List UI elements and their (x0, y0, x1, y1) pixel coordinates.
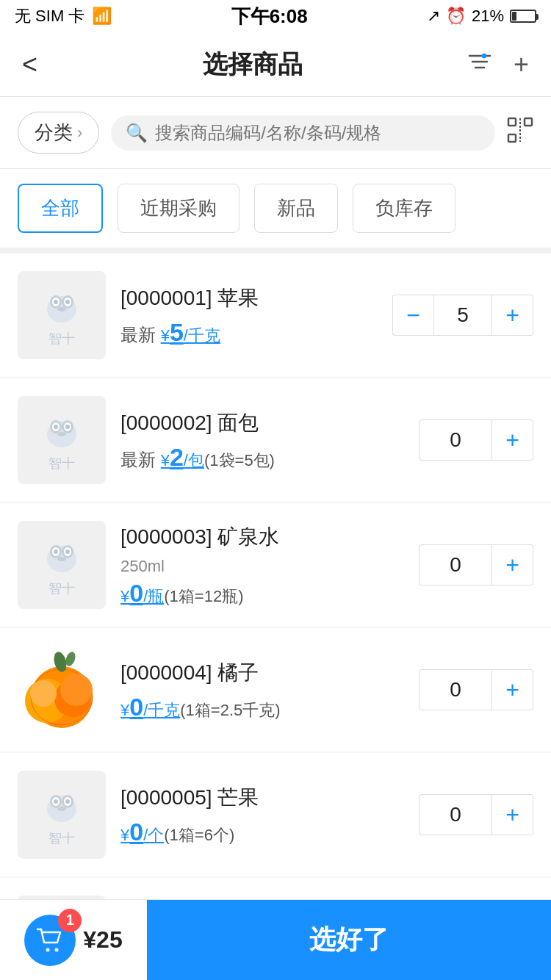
product-image-0000001: 智十 (18, 271, 106, 359)
product-info-0000002: [0000002] 面包 最新 ¥2/包(1袋=5包) (120, 409, 404, 472)
product-image-0000002: 智十 (18, 396, 106, 484)
wifi-icon: 📶 (92, 7, 112, 26)
svg-point-47 (57, 807, 66, 811)
svg-point-3 (482, 54, 486, 58)
svg-point-31 (57, 557, 66, 561)
svg-point-21 (54, 425, 58, 429)
cart-total: ¥25 (83, 926, 122, 954)
tab-new[interactable]: 新品 (254, 184, 338, 233)
alarm-icon: ⏰ (446, 7, 466, 26)
svg-rect-4 (508, 118, 516, 126)
nav-bar: < 选择商品 + (0, 32, 551, 97)
qty-input[interactable] (419, 794, 492, 835)
tab-section: 全部 近期采购 新品 负库存 (0, 169, 551, 253)
search-input[interactable] (155, 123, 480, 143)
product-info-0000001: [0000001] 苹果 最新 ¥5/千克 (120, 284, 378, 347)
svg-point-45 (54, 799, 58, 804)
filter-icon[interactable] (468, 51, 491, 77)
status-left: 无 SIM 卡 📶 (15, 5, 112, 27)
svg-point-64 (46, 948, 50, 951)
qty-minus-button[interactable]: − (392, 295, 433, 336)
qty-control-0000001: − + (392, 295, 533, 336)
table-row: 智十 [0000001] 苹果 最新 ¥5/千克 − + (0, 253, 551, 377)
location-icon: ↗ (427, 7, 440, 26)
product-price: 最新 ¥2/包(1袋=5包) (120, 443, 404, 472)
back-button[interactable]: < (22, 49, 37, 80)
svg-point-13 (54, 300, 58, 304)
svg-rect-6 (508, 134, 516, 142)
bottom-bar: 1 ¥25 选好了 (0, 899, 551, 980)
qty-input[interactable] (419, 419, 492, 461)
svg-point-23 (57, 432, 66, 436)
chevron-right-icon: › (77, 123, 82, 143)
product-list: 智十 [0000001] 苹果 最新 ¥5/千克 − + (0, 253, 551, 980)
qty-control-0000003: + (419, 544, 533, 586)
product-name: [0000004] 橘子 (120, 659, 404, 687)
search-input-wrapper: 🔍 (111, 115, 495, 151)
tab-all[interactable]: 全部 (18, 184, 103, 233)
svg-point-36 (30, 680, 57, 707)
qty-control-0000004: + (419, 669, 533, 710)
table-row: 智十 [0000002] 面包 最新 ¥2/包(1袋=5包) + (0, 378, 551, 502)
product-name: [0000001] 苹果 (120, 284, 378, 312)
qty-input[interactable] (433, 295, 492, 336)
category-button[interactable]: 分类 › (18, 112, 99, 154)
svg-point-65 (55, 948, 59, 951)
scan-icon[interactable] (507, 117, 533, 148)
carrier-text: 无 SIM 卡 (15, 5, 84, 27)
svg-point-46 (65, 799, 70, 804)
svg-point-30 (65, 550, 70, 554)
qty-input[interactable] (419, 669, 492, 710)
product-spec: 250ml (120, 557, 404, 576)
product-name: [0000003] 矿泉水 (120, 523, 404, 551)
product-info-0000005: [0000005] 芒果 ¥0/个(1箱=6个) (120, 784, 404, 846)
qty-control-0000005: + (419, 794, 533, 835)
product-image-0000003: 智十 (18, 521, 106, 609)
cart-section: 1 ¥25 (0, 915, 147, 966)
page-title: 选择商品 (203, 48, 303, 82)
product-price: 最新 ¥5/千克 (120, 318, 378, 347)
tab-recent[interactable]: 近期采购 (118, 184, 240, 233)
product-info-0000003: [0000003] 矿泉水 250ml ¥0/瓶(1箱=12瓶) (120, 523, 404, 608)
qty-plus-button[interactable]: + (492, 544, 533, 586)
product-name: [0000005] 芒果 (120, 784, 404, 812)
svg-point-37 (60, 674, 93, 706)
product-image-0000005: 智十 (18, 771, 106, 859)
svg-point-22 (65, 425, 70, 429)
status-time: 下午6:08 (231, 4, 308, 29)
cart-badge: 1 (58, 909, 82, 932)
product-price: ¥0/千克(1箱=2.5千克) (120, 693, 404, 721)
search-icon: 🔍 (126, 123, 148, 143)
svg-rect-5 (525, 118, 532, 126)
status-right: ↗ ⏰ 21% (427, 7, 536, 26)
qty-plus-button[interactable]: + (492, 419, 533, 461)
svg-point-14 (65, 300, 70, 304)
tab-negative[interactable]: 负库存 (353, 184, 455, 233)
table-row: 智十 [0000005] 芒果 ¥0/个(1箱=6个) + (0, 753, 551, 876)
table-row: 智十 [0000003] 矿泉水 250ml ¥0/瓶(1箱=12瓶) + (0, 503, 551, 627)
battery-percent: 21% (472, 7, 504, 26)
battery-icon (510, 10, 536, 23)
product-info-0000004: [0000004] 橘子 ¥0/千克(1箱=2.5千克) (120, 659, 404, 721)
nav-actions: + (468, 49, 529, 80)
cart-icon[interactable]: 1 (24, 915, 76, 966)
qty-plus-button[interactable]: + (492, 794, 533, 835)
qty-input[interactable] (419, 544, 492, 586)
table-row: [0000004] 橘子 ¥0/千克(1箱=2.5千克) + (0, 628, 551, 752)
product-name: [0000002] 面包 (120, 409, 404, 437)
svg-point-29 (54, 550, 58, 554)
svg-point-15 (57, 307, 66, 311)
product-price: ¥0/个(1箱=6个) (120, 818, 404, 846)
qty-plus-button[interactable]: + (492, 295, 533, 336)
category-label: 分类 (35, 120, 73, 145)
status-bar: 无 SIM 卡 📶 下午6:08 ↗ ⏰ 21% (0, 0, 551, 32)
qty-plus-button[interactable]: + (492, 669, 533, 710)
search-bar-section: 分类 › 🔍 (0, 97, 551, 169)
product-image-0000004 (18, 646, 106, 734)
add-button[interactable]: + (514, 49, 529, 80)
confirm-button[interactable]: 选好了 (147, 900, 551, 981)
qty-control-0000002: + (419, 419, 533, 461)
product-price: ¥0/瓶(1箱=12瓶) (120, 579, 404, 608)
